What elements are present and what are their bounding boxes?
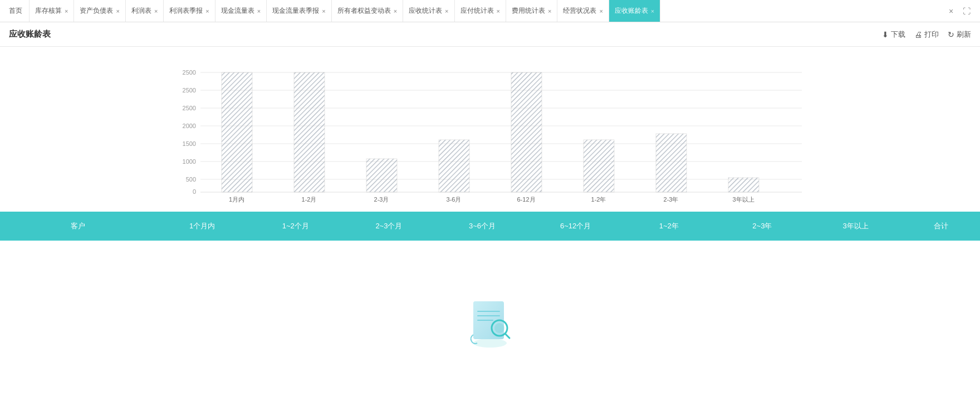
tab-profit-quarterly-close[interactable]: × [205, 8, 209, 14]
tab-profit-label: 利润表 [131, 6, 151, 16]
page-title: 应收账龄表 [9, 29, 51, 40]
download-label: 下载 [891, 30, 905, 40]
tab-expense-stats-close[interactable]: × [548, 8, 551, 14]
tab-equity-label: 所有者权益变动表 [337, 6, 391, 16]
bar-1-2year [584, 140, 614, 192]
svg-text:2-3年: 2-3年 [664, 196, 679, 203]
chart-container: 2500 2500 2500 2000 1500 1000 500 0 [17, 56, 963, 206]
empty-illustration [459, 290, 521, 351]
svg-text:2500: 2500 [183, 69, 196, 76]
tab-balance-sheet-label: 资产负债表 [80, 6, 113, 16]
tab-inventory-close[interactable]: × [65, 8, 68, 14]
tab-profit-close[interactable]: × [154, 8, 158, 14]
tab-cashflow-quarterly-close[interactable]: × [322, 8, 325, 14]
tab-cashflow-quarterly[interactable]: 现金流量表季报 × [267, 0, 331, 22]
tab-home[interactable]: 首页 [2, 0, 30, 22]
svg-text:1-2年: 1-2年 [591, 196, 606, 203]
refresh-label: 刷新 [957, 30, 971, 40]
th-customer: 客户 [0, 212, 155, 241]
svg-text:6-12月: 6-12月 [517, 196, 535, 203]
tab-profit-quarterly-label: 利润表季报 [169, 6, 203, 16]
tab-operation[interactable]: 经营状况表 × [557, 0, 609, 22]
tab-inventory[interactable]: 库存核算 × [30, 0, 74, 22]
svg-point-25 [473, 339, 507, 348]
bar-3plus-year [728, 178, 759, 192]
th-total: 合计 [902, 212, 980, 241]
svg-text:0: 0 [193, 188, 196, 195]
tab-ar-stats-label: 应收统计表 [409, 6, 442, 16]
svg-text:1月内: 1月内 [229, 196, 244, 203]
svg-text:500: 500 [186, 176, 196, 183]
svg-text:2500: 2500 [183, 105, 196, 111]
download-button[interactable]: ⬇ 下载 [882, 30, 905, 40]
tab-balance-sheet-close[interactable]: × [116, 8, 119, 14]
refresh-button[interactable]: ↻ 刷新 [948, 30, 971, 40]
th-2-3year: 2~3年 [716, 212, 809, 241]
tab-profit-quarterly[interactable]: 利润表季报 × [164, 0, 215, 22]
print-button[interactable]: 🖨 打印 [914, 30, 939, 40]
bar-2-3year [656, 134, 687, 192]
tab-cashflow[interactable]: 现金流量表 × [215, 0, 267, 22]
tab-ar-aging[interactable]: 应收账龄表 × [609, 0, 660, 22]
svg-line-33 [505, 334, 509, 338]
th-1-2year: 1~2年 [622, 212, 716, 241]
tab-inventory-label: 库存核算 [35, 6, 62, 16]
svg-text:1000: 1000 [183, 158, 196, 165]
tab-ar-stats-close[interactable]: × [445, 8, 448, 14]
maximize-button[interactable]: ⛶ [961, 6, 972, 17]
bar-6-12month [511, 72, 542, 192]
tab-profit[interactable]: 利润表 × [126, 0, 164, 22]
header-actions: ⬇ 下载 🖨 打印 ↻ 刷新 [882, 30, 971, 40]
tab-ap-stats-close[interactable]: × [497, 8, 500, 14]
tab-ap-stats[interactable]: 应付统计表 × [455, 0, 506, 22]
bar-1month [222, 72, 252, 192]
th-1-2month: 1~2个月 [249, 212, 342, 241]
svg-text:2500: 2500 [183, 87, 196, 94]
refresh-icon: ↻ [948, 30, 954, 39]
svg-text:3年以上: 3年以上 [732, 196, 754, 203]
tab-cashflow-quarterly-label: 现金流量表季报 [272, 6, 319, 16]
page-header: 应收账龄表 ⬇ 下载 🖨 打印 ↻ 刷新 [0, 22, 980, 47]
download-icon: ⬇ [882, 30, 889, 39]
print-label: 打印 [924, 30, 939, 40]
empty-state [0, 241, 980, 401]
tab-bar: 首页 库存核算 × 资产负债表 × 利润表 × 利润表季报 × 现金流量表 × … [0, 0, 980, 22]
bar-1-2month [294, 72, 325, 192]
svg-text:2-3月: 2-3月 [374, 196, 389, 203]
svg-text:2000: 2000 [183, 123, 196, 129]
svg-text:3-6月: 3-6月 [447, 196, 462, 203]
th-3-6month: 3~6个月 [435, 212, 529, 241]
main-content: 2500 2500 2500 2000 1500 1000 500 0 [0, 47, 980, 401]
th-6-12month: 6~12个月 [529, 212, 623, 241]
svg-point-32 [494, 323, 504, 333]
window-controls: × ⛶ [940, 6, 978, 17]
tab-equity-close[interactable]: × [394, 8, 397, 14]
print-icon: 🖨 [914, 30, 922, 39]
bar-chart: 2500 2500 2500 2000 1500 1000 500 0 [17, 56, 963, 206]
tab-ar-aging-close[interactable]: × [651, 8, 654, 14]
tab-equity[interactable]: 所有者权益变动表 × [332, 0, 403, 22]
tab-home-label: 首页 [9, 6, 22, 16]
close-button[interactable]: × [945, 6, 957, 17]
tab-operation-close[interactable]: × [599, 8, 602, 14]
tab-ap-stats-label: 应付统计表 [460, 6, 494, 16]
tab-balance-sheet[interactable]: 资产负债表 × [74, 0, 125, 22]
tab-expense-stats-label: 费用统计表 [512, 6, 545, 16]
bar-2-3month [366, 159, 397, 192]
tab-ar-aging-label: 应收账龄表 [615, 6, 648, 16]
tab-ar-stats[interactable]: 应收统计表 × [403, 0, 454, 22]
tab-expense-stats[interactable]: 费用统计表 × [506, 0, 557, 22]
table-header: 客户 1个月内 1~2个月 2~3个月 3~6个月 6~12个月 1~2年 2~… [0, 212, 980, 241]
chart-area: 2500 2500 2500 2000 1500 1000 500 0 [0, 47, 980, 212]
bar-3-6month [439, 140, 469, 192]
tab-cashflow-label: 现金流量表 [221, 6, 254, 16]
th-1month: 1个月内 [155, 212, 249, 241]
tab-cashflow-close[interactable]: × [257, 8, 261, 14]
th-3plus-year: 3年以上 [809, 212, 903, 241]
svg-text:1-2月: 1-2月 [302, 196, 317, 203]
svg-text:1500: 1500 [183, 140, 196, 147]
tab-operation-label: 经营状况表 [563, 6, 596, 16]
th-2-3month: 2~3个月 [342, 212, 436, 241]
